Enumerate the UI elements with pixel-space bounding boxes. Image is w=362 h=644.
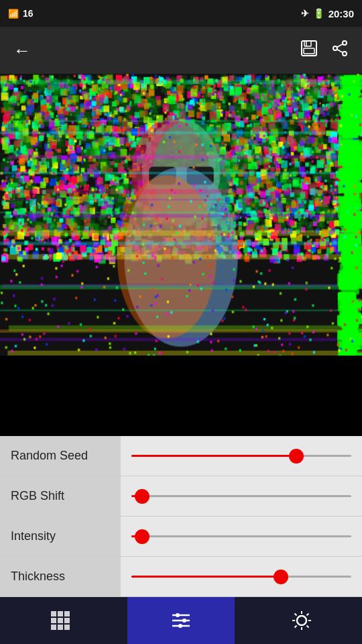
- svg-line-22: [307, 614, 309, 616]
- intensity-slider-area[interactable]: [121, 535, 362, 537]
- random-seed-label: Random Seed: [0, 436, 121, 476]
- random-seed-thumb[interactable]: [289, 449, 304, 464]
- svg-point-15: [297, 616, 306, 625]
- thickness-slider-area[interactable]: [121, 576, 362, 578]
- svg-point-5: [343, 52, 347, 56]
- back-button[interactable]: ←: [13, 40, 31, 61]
- random-seed-fill: [131, 455, 296, 457]
- rgb-shift-label: RGB Shift: [0, 476, 121, 516]
- svg-rect-14: [178, 624, 182, 628]
- sim-icon: 📶: [8, 9, 19, 19]
- nav-item-sliders[interactable]: [127, 597, 235, 644]
- thickness-row: Thickness: [0, 557, 362, 597]
- intensity-label: Intensity: [0, 517, 121, 556]
- svg-rect-12: [176, 613, 180, 617]
- status-right: ✈ 🔋 20:30: [301, 8, 354, 19]
- thickness-track[interactable]: [131, 576, 351, 578]
- thickness-thumb[interactable]: [274, 570, 288, 584]
- grid-icon: [51, 611, 70, 630]
- thickness-label: Thickness: [0, 557, 121, 596]
- svg-rect-13: [182, 619, 186, 623]
- bottom-navigation: [0, 597, 362, 644]
- intensity-thumb[interactable]: [135, 529, 149, 544]
- random-seed-row: Random Seed: [0, 436, 362, 476]
- svg-line-8: [337, 50, 343, 53]
- svg-line-21: [307, 626, 309, 628]
- image-preview-area: [0, 74, 362, 356]
- glitch-image: [0, 74, 362, 356]
- svg-point-6: [333, 46, 337, 50]
- nav-item-brightness[interactable]: [248, 597, 355, 644]
- rgb-shift-slider-area[interactable]: [121, 495, 362, 497]
- toolbar-actions: [300, 40, 349, 61]
- sun-icon: [292, 610, 312, 631]
- airplane-icon: ✈: [301, 8, 309, 19]
- svg-rect-2: [304, 48, 314, 54]
- svg-rect-1: [304, 41, 311, 46]
- thickness-fill: [131, 576, 281, 578]
- status-bar: 📶 16 ✈ 🔋 20:30: [0, 0, 362, 27]
- share-button[interactable]: [331, 40, 349, 61]
- nav-item-grid[interactable]: [7, 597, 114, 644]
- sim-number: 16: [23, 8, 34, 19]
- top-toolbar: ←: [0, 27, 362, 74]
- rgb-shift-track[interactable]: [131, 495, 351, 497]
- svg-line-23: [295, 626, 297, 628]
- svg-line-20: [295, 614, 297, 616]
- random-seed-slider-area[interactable]: [121, 455, 362, 457]
- controls-panel: Random Seed RGB Shift Intensity: [0, 436, 362, 597]
- svg-point-4: [343, 41, 347, 45]
- time-display: 20:30: [328, 8, 354, 19]
- rgb-shift-thumb[interactable]: [135, 489, 149, 504]
- status-left: 📶 16: [8, 8, 34, 19]
- save-button[interactable]: [300, 40, 318, 61]
- intensity-row: Intensity: [0, 517, 362, 557]
- rgb-shift-row: RGB Shift: [0, 476, 362, 517]
- battery-icon: 🔋: [313, 8, 324, 19]
- intensity-track[interactable]: [131, 535, 351, 537]
- svg-line-7: [337, 44, 343, 48]
- random-seed-track[interactable]: [131, 455, 351, 457]
- sliders-icon: [171, 611, 191, 630]
